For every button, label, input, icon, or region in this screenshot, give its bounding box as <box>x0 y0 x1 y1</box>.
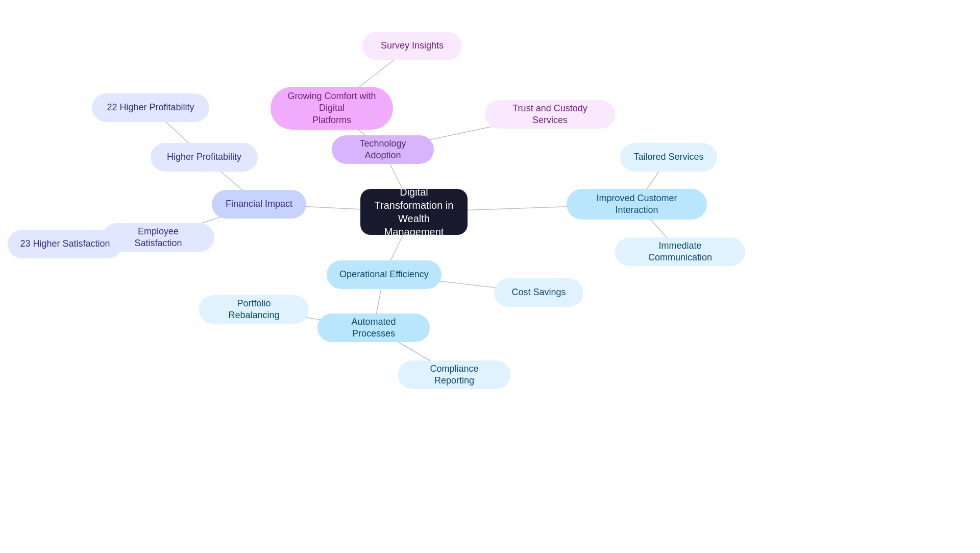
higher-satisfaction-23-node: 23 Higher Satisfaction <box>8 230 122 258</box>
cost-savings-label: Cost Savings <box>511 286 566 298</box>
technology-adoption-node: Technology Adoption <box>332 135 434 164</box>
higher-profitability-label: Higher Profitability <box>167 151 241 163</box>
tailored-services-label: Tailored Services <box>633 151 703 163</box>
higher-profitability-node: Higher Profitability <box>151 143 258 172</box>
immediate-communication-label: Immediate Communication <box>626 240 734 264</box>
improved-customer-label: Improved Customer Interaction <box>578 193 696 217</box>
financial-impact-node: Financial Impact <box>212 190 306 219</box>
financial-impact-label: Financial Impact <box>226 198 292 210</box>
growing-comfort-label: Growing Comfort with Digital Platforms <box>282 90 382 126</box>
portfolio-rebalancing-node: Portfolio Rebalancing <box>199 295 309 324</box>
automated-processes-node: Automated Processes <box>317 314 430 342</box>
compliance-reporting-node: Compliance Reporting <box>398 360 510 389</box>
cost-savings-node: Cost Savings <box>494 278 583 307</box>
trust-custody-node: Trust and Custody Services <box>485 100 615 129</box>
tailored-services-node: Tailored Services <box>620 143 717 172</box>
operational-efficiency-label: Operational Efficiency <box>339 269 429 280</box>
compliance-reporting-label: Compliance Reporting <box>409 363 499 387</box>
employee-satisfaction-label: Employee Satisfaction <box>113 226 203 250</box>
technology-adoption-label: Technology Adoption <box>343 138 423 162</box>
improved-customer-node: Improved Customer Interaction <box>567 189 707 220</box>
higher-profitability-22-node: 22 Higher Profitability <box>92 93 209 122</box>
trust-custody-label: Trust and Custody Services <box>496 103 604 127</box>
automated-processes-label: Automated Processes <box>329 316 419 340</box>
portfolio-rebalancing-label: Portfolio Rebalancing <box>210 298 298 322</box>
higher-satisfaction-23-label: 23 Higher Satisfaction <box>20 238 110 250</box>
survey-insights-label: Survey Insights <box>381 40 444 52</box>
center-node: Digital Transformation in Wealth Managem… <box>360 189 468 235</box>
center-label: Digital Transformation in Wealth Managem… <box>372 185 456 238</box>
higher-profitability-22-label: 22 Higher Profitability <box>107 102 194 113</box>
immediate-communication-node: Immediate Communication <box>615 237 745 266</box>
survey-insights-node: Survey Insights <box>362 32 462 60</box>
growing-comfort-node: Growing Comfort with Digital Platforms <box>271 87 393 130</box>
operational-efficiency-node: Operational Efficiency <box>327 260 442 289</box>
